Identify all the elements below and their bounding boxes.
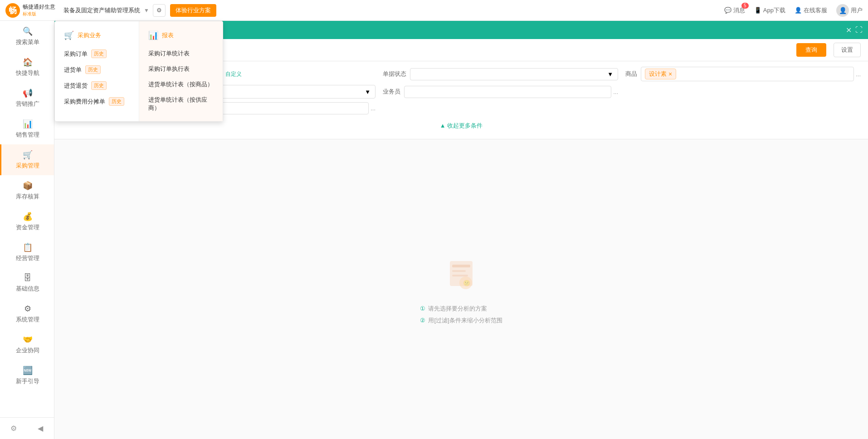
sidebar-label-purchase: 采购管理 xyxy=(16,162,39,170)
main-content: 😕 ① 请先选择要分析的方案 ② 用[过滤]条件来缩小分析范围 xyxy=(54,139,868,439)
report-item-3[interactable]: 进货单统计表（按供应商） xyxy=(139,92,223,116)
salesman-more-btn[interactable]: ... xyxy=(613,89,618,95)
history-badge-2: 历史 xyxy=(91,81,107,90)
purchase-items: 采购订单历史进货单历史进货退货历史采购费用分摊单历史 xyxy=(55,46,139,109)
goods-tags-area: 设计素 × xyxy=(641,67,854,81)
tip-text-1: 请先选择要分析的方案 xyxy=(428,303,487,315)
maximize-button[interactable]: ⛶ xyxy=(855,26,863,34)
app-download-button[interactable]: 📱 App下载 xyxy=(754,6,785,15)
settings-button[interactable]: ⚙ xyxy=(153,4,166,17)
sidebar-item-system[interactable]: ⚙ 系统管理 xyxy=(0,298,54,329)
sidebar-icon-cooperation: 🤝 xyxy=(23,335,33,345)
purchase-item-2[interactable]: 进货退货历史 xyxy=(55,78,139,94)
report-item-0[interactable]: 采购订单统计表 xyxy=(139,46,223,61)
status-select[interactable]: ▼ xyxy=(410,68,618,80)
report-item-2[interactable]: 进货单统计表（按商品） xyxy=(139,77,223,92)
close-window-button[interactable]: ✕ xyxy=(846,26,852,35)
sidebar-item-purchase[interactable]: 🛒 采购管理 xyxy=(0,144,54,175)
sidebar-item-sales[interactable]: 📊 销售管理 xyxy=(0,113,54,144)
online-service-button[interactable]: 👤 在线客服 xyxy=(795,6,827,15)
sidebar-collapse-button[interactable]: ◀ xyxy=(27,421,54,435)
sidebar-item-inventory[interactable]: 📦 库存核算 xyxy=(0,175,54,206)
system-title-arrow[interactable]: ▼ xyxy=(144,7,149,14)
date-custom-btn[interactable]: 自定义 xyxy=(225,70,242,78)
sidebar-label-marketing: 营销推广 xyxy=(16,100,39,108)
message-button[interactable]: 💬 消息 5 xyxy=(724,6,745,15)
user-avatar: 👤 xyxy=(836,4,849,17)
sidebar-icon-quick: 🏠 xyxy=(23,57,33,67)
sidebar-icon-guide: 🆕 xyxy=(23,365,33,375)
purchase-header-title: 采购业务 xyxy=(78,31,101,39)
sidebar-label-basic: 基础信息 xyxy=(16,285,39,293)
purchase-item-1[interactable]: 进货单历史 xyxy=(55,62,139,78)
sidebar-item-basic[interactable]: 🗄 基础信息 xyxy=(0,268,54,298)
empty-tips: ① 请先选择要分析的方案 ② 用[过滤]条件来缩小分析范围 xyxy=(420,303,502,326)
report-item-label-0: 采购订单统计表 xyxy=(148,49,190,58)
sidebar-item-quick[interactable]: 🏠 快捷导航 xyxy=(0,52,54,83)
sidebar-label-quick: 快捷导航 xyxy=(16,69,39,77)
purchase-header-icon: 🛒 xyxy=(64,30,74,40)
report-items: 采购订单统计表采购订单执行表进货单统计表（按商品）进货单统计表（按供应商） xyxy=(139,46,223,116)
logo-icon: 畅 xyxy=(5,3,20,18)
status-label: 单据状态 xyxy=(383,70,406,78)
sidebar-label-operation: 经营管理 xyxy=(16,254,39,262)
sidebar-item-search[interactable]: 🔍 搜索菜单 xyxy=(0,21,54,52)
sidebar-icon-marketing: 📢 xyxy=(23,88,33,98)
service-icon: 👤 xyxy=(795,7,802,14)
sidebar-label-inventory: 库存核算 xyxy=(16,192,39,201)
dropdown-purchase-col: 🛒 采购业务 采购订单历史进货单历史进货退货历史采购费用分摊单历史 xyxy=(55,21,139,121)
sidebar-items: 🔍 搜索菜单 🏠 快捷导航 📢 营销推广 📊 销售管理 🛒 采购管理 📦 库存核… xyxy=(0,21,54,391)
purchase-item-3[interactable]: 采购费用分摊单历史 xyxy=(55,94,139,109)
goods-tag: 设计素 × xyxy=(645,69,676,79)
empty-tip-1: ① 请先选择要分析的方案 xyxy=(420,303,502,315)
sidebar-bottom: ⚙ ◀ xyxy=(0,417,54,439)
empty-tip-2: ② 用[过滤]条件来缩小分析范围 xyxy=(420,315,502,326)
report-item-label-2: 进货单统计表（按商品） xyxy=(148,80,213,89)
salesman-label: 业务员 xyxy=(383,88,400,96)
set-button[interactable]: 设置 xyxy=(834,43,861,57)
sidebar-label-sales: 销售管理 xyxy=(16,131,39,139)
phone-icon: 📱 xyxy=(754,7,761,14)
service-label: 在线客服 xyxy=(804,6,827,15)
logo-area: 畅 畅捷通好生意 标准版 xyxy=(5,3,60,18)
salesman-input[interactable] xyxy=(404,86,611,98)
sidebar-settings-button[interactable]: ⚙ xyxy=(0,421,27,435)
report-header-icon: 📊 xyxy=(148,30,158,40)
purchase-item-0[interactable]: 采购订单历史 xyxy=(55,46,139,62)
user-label: 用户 xyxy=(851,6,863,15)
sidebar-label-system: 系统管理 xyxy=(16,316,39,324)
svg-rect-3 xyxy=(452,275,468,276)
customer-more-btn[interactable]: ... xyxy=(371,105,375,112)
query-button[interactable]: 查询 xyxy=(796,43,826,57)
report-item-1[interactable]: 采购订单执行表 xyxy=(139,61,223,77)
svg-text:😕: 😕 xyxy=(463,279,471,287)
purchase-item-label-2: 进货退货 xyxy=(64,82,88,90)
sidebar-label-cooperation: 企业协同 xyxy=(16,346,39,355)
dropdown-purchase-header: 🛒 采购业务 xyxy=(55,27,139,46)
bullet-1: ① xyxy=(420,303,425,315)
sidebar-label-finance: 资金管理 xyxy=(16,223,39,232)
goods-tag-close[interactable]: × xyxy=(668,70,672,78)
salesman-filter: 业务员 ... xyxy=(383,86,618,98)
logo-text: 畅捷通好生意 xyxy=(23,3,55,11)
sidebar-icon-operation: 📋 xyxy=(23,242,33,252)
purchase-item-label-1: 进货单 xyxy=(64,66,82,74)
collapse-icon: ▲ xyxy=(440,122,446,129)
goods-more-btn[interactable]: ... xyxy=(856,71,861,78)
logo-badge: 标准版 xyxy=(23,11,55,17)
salesman-input-area: ... xyxy=(404,86,618,98)
sidebar-icon-inventory: 📦 xyxy=(23,181,33,191)
sidebar-label-search: 搜索菜单 xyxy=(16,38,39,46)
industry-button[interactable]: 体验行业方案 xyxy=(170,4,216,17)
bullet-2: ② xyxy=(420,315,425,326)
sidebar-item-marketing[interactable]: 📢 营销推广 xyxy=(0,83,54,113)
svg-rect-1 xyxy=(452,265,470,267)
user-area[interactable]: 👤 用户 xyxy=(836,4,863,17)
sidebar-label-guide: 新手引导 xyxy=(16,377,39,385)
sidebar-item-cooperation[interactable]: 🤝 企业协同 xyxy=(0,329,54,360)
sidebar-item-guide[interactable]: 🆕 新手引导 xyxy=(0,360,54,391)
gear-icon: ⚙ xyxy=(156,7,162,14)
sidebar: 🔍 搜索菜单 🏠 快捷导航 📢 营销推广 📊 销售管理 🛒 采购管理 📦 库存核… xyxy=(0,21,54,439)
sidebar-item-finance[interactable]: 💰 资金管理 xyxy=(0,206,54,237)
sidebar-item-operation[interactable]: 📋 经营管理 xyxy=(0,237,54,268)
